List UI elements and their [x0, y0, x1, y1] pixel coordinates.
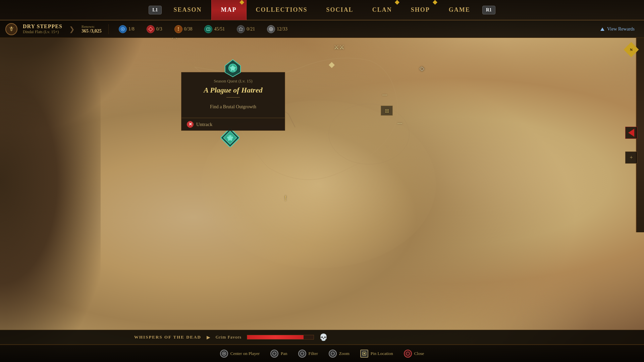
- svg-point-23: [301, 352, 304, 355]
- top-navigation: L1 SEASON MAP COLLECTIONS SOCIAL CLAN SH…: [0, 0, 644, 20]
- whispers-label: WHISPERS OF THE DEAD: [134, 335, 201, 340]
- svg-point-22: [273, 352, 276, 355]
- nav-social[interactable]: SOCIAL: [317, 0, 363, 20]
- view-rewards-button[interactable]: View Rewards: [596, 24, 639, 34]
- quest-type: Season Quest (Lv. 15): [188, 78, 278, 84]
- nav-game[interactable]: GAME: [439, 0, 480, 20]
- map-marker-dagger: —: [382, 92, 387, 98]
- map-marker-group: ⚔⚔: [334, 44, 344, 51]
- skull-icon: 💀: [319, 333, 328, 341]
- nav-shop[interactable]: SHOP: [401, 0, 439, 20]
- clan-diamond-badge: [395, 0, 399, 5]
- center-player-btn-icon: [220, 350, 228, 358]
- controller-r1[interactable]: R1: [482, 6, 495, 14]
- quest-tooltip: Season Quest (Lv. 15) A Plague of Hatred…: [181, 72, 285, 131]
- filter-label: Filter: [309, 351, 318, 356]
- whispers-arrow: ▶: [207, 335, 210, 340]
- dungeons-value: 0/3: [156, 26, 162, 32]
- grim-favors-label: Grim Favors: [216, 335, 241, 340]
- stat-waypoints: 1/8: [115, 25, 138, 33]
- region-sublocation: Dindai Flats (Lv. 15+): [23, 29, 62, 35]
- region-icon: 🗡: [5, 23, 17, 35]
- center-player-label: Center on Player: [230, 351, 260, 356]
- svg-point-13: [122, 28, 123, 30]
- stat-cellars: 45/51: [201, 25, 228, 33]
- nav-map[interactable]: MAP: [211, 0, 247, 20]
- dungeon-icon: [147, 25, 155, 33]
- svg-point-21: [223, 353, 225, 354]
- untrack-button[interactable]: Untrack: [196, 122, 212, 127]
- bottom-controls: Center on Player Pan Filter Zoom Pin Loc…: [0, 345, 644, 362]
- map-waypoint-2: ◇: [420, 65, 424, 72]
- quest-diamond-icon-top: [224, 59, 241, 77]
- waypoint-icon: [119, 25, 127, 33]
- view-rewards-label: View Rewards: [607, 26, 635, 32]
- pin-location-control[interactable]: Pin Location: [360, 350, 393, 358]
- pin-location-label: Pin Location: [371, 351, 393, 356]
- renown-value: 365 /3,025: [82, 28, 102, 34]
- zoom-label: Zoom: [339, 351, 350, 356]
- compass: N: [625, 44, 637, 56]
- filter-btn-icon: [298, 350, 306, 358]
- events-icon: !: [174, 25, 182, 33]
- stat-bosses: 12/33: [264, 25, 291, 33]
- nav-clan[interactable]: CLAN: [363, 0, 401, 20]
- quest-title: A Plague of Hatred: [188, 86, 278, 95]
- shrines-icon: [237, 25, 245, 33]
- region-divider: ❯: [69, 25, 75, 33]
- quest-description: Find a Brutal Outgrowth: [188, 100, 278, 115]
- untrack-x-icon: ✕: [187, 121, 194, 128]
- map-diamond-badge: [239, 0, 244, 5]
- zoom-control[interactable]: Zoom: [329, 350, 350, 358]
- renown-section: Renown: 365 /3,025: [82, 24, 102, 34]
- shrines-value: 0/21: [247, 26, 255, 32]
- nav-collections[interactable]: COLLECTIONS: [247, 0, 317, 20]
- cellars-value: 45/51: [214, 26, 225, 32]
- pan-btn-icon: [270, 350, 278, 358]
- zoom-btn-icon: [329, 350, 337, 358]
- close-label: Close: [414, 351, 424, 356]
- region-name: DRY STEPPES: [23, 23, 62, 29]
- map-exclamation: !: [284, 194, 287, 202]
- close-btn-icon: [404, 350, 412, 358]
- bosses-value: 12/33: [277, 26, 287, 32]
- zoom-in-icon: +: [630, 155, 633, 161]
- region-info: DRY STEPPES Dindai Flats (Lv. 15+): [23, 23, 62, 35]
- stat-shrines: 0/21: [233, 25, 258, 33]
- stat-dungeons: 0/3: [143, 25, 166, 33]
- left-arrow-icon: [628, 129, 634, 137]
- pan-control[interactable]: Pan: [270, 350, 287, 358]
- grim-favors-progress-bar: [247, 335, 314, 340]
- quest-marker-bottom[interactable]: [221, 128, 239, 148]
- nav-season[interactable]: SEASON: [164, 0, 211, 20]
- svg-marker-14: [149, 27, 153, 31]
- zoom-in-button[interactable]: +: [625, 152, 637, 164]
- grim-favors-progress-fill: [247, 335, 304, 339]
- filter-control[interactable]: Filter: [298, 350, 318, 358]
- pan-label: Pan: [281, 351, 287, 356]
- controller-l1[interactable]: L1: [149, 6, 161, 14]
- svg-point-27: [406, 352, 410, 355]
- renown-label: Renown:: [82, 24, 95, 28]
- quest-marker-top[interactable]: [224, 59, 241, 79]
- region-bar: 🗡 DRY STEPPES Dindai Flats (Lv. 15+) ❯ R…: [0, 20, 644, 38]
- svg-rect-26: [364, 353, 365, 354]
- svg-point-24: [331, 352, 334, 355]
- whispers-bar: WHISPERS OF THE DEAD ▶ Grim Favors 💀: [0, 330, 644, 345]
- events-value: 0/38: [184, 26, 193, 32]
- stat-separator-1: [108, 24, 109, 34]
- quest-divider: [226, 97, 240, 98]
- close-control[interactable]: Close: [404, 350, 424, 358]
- waypoints-value: 1/8: [128, 26, 135, 32]
- triangle-icon: [600, 27, 604, 31]
- minimap-controls: N +: [625, 44, 637, 164]
- map-scroll-left[interactable]: [625, 127, 637, 139]
- pin-location-btn-icon: [360, 350, 368, 358]
- shop-diamond-badge: [433, 0, 437, 5]
- quest-diamond-icon-bottom: [221, 128, 239, 147]
- stat-events: ! 0/38: [171, 25, 196, 33]
- map-dungeon-icon: ⊞: [381, 106, 393, 116]
- center-on-player-control[interactable]: Center on Player: [220, 350, 260, 358]
- quest-header: Season Quest (Lv. 15) A Plague of Hatred…: [181, 72, 285, 118]
- bosses-icon: [267, 25, 275, 33]
